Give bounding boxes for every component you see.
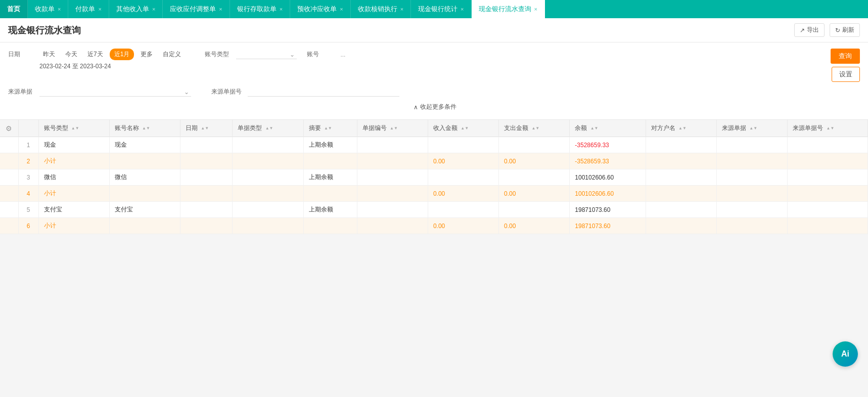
source-doc-no-group: 来源单据号 <box>211 87 399 97</box>
col-source-doc-header[interactable]: 来源单据 ▲▼ <box>716 120 787 137</box>
nav-tab[interactable]: 预收冲应收单× <box>290 0 350 18</box>
refresh-icon: ↻ <box>835 27 840 34</box>
account-type-group: 账号类型 <box>205 50 297 59</box>
table-cell <box>716 137 787 153</box>
table-cell <box>428 137 498 153</box>
date-shortcut-button[interactable]: 昨天 <box>39 49 59 60</box>
table-cell <box>788 186 868 202</box>
table-cell: 支付宝 <box>38 202 109 218</box>
table-container: ⚙ 账号类型 ▲▼ 账号名称 ▲▼ 日期 ▲▼ 单据类型 ▲▼ <box>0 120 868 234</box>
account-dots-button[interactable]: ... <box>338 50 347 59</box>
table-cell <box>109 186 180 202</box>
col-doc-no-header[interactable]: 单据编号 ▲▼ <box>357 120 428 137</box>
date-shortcut-button[interactable]: 近7天 <box>84 49 107 60</box>
nav-tab[interactable]: 付款单× <box>68 0 109 18</box>
account-type-select[interactable] <box>236 50 297 59</box>
col-summary-header[interactable]: 摘要 ▲▼ <box>303 120 357 137</box>
col-balance-header[interactable]: 余额 ▲▼ <box>570 120 646 137</box>
date-shortcut-button[interactable]: 今天 <box>62 49 81 60</box>
table-cell: 19871073.60 <box>570 202 646 218</box>
nav-tab-label: 现金银行流水查询 <box>479 5 531 14</box>
nav-tab[interactable]: 银行存取款单× <box>230 0 290 18</box>
table-cell: 0.00 <box>499 218 570 234</box>
table-cell: -3528659.33 <box>570 137 646 153</box>
col-counterparty-header[interactable]: 对方户名 ▲▼ <box>646 120 716 137</box>
table-cell <box>788 169 868 186</box>
table-cell <box>0 169 18 186</box>
close-tab-icon[interactable]: × <box>340 6 343 12</box>
table-cell <box>716 169 787 186</box>
nav-tab[interactable]: 收款单× <box>28 0 68 18</box>
col-source-doc-no-header[interactable]: 来源单据号 ▲▼ <box>788 120 868 137</box>
table-cell <box>428 169 498 186</box>
close-tab-icon[interactable]: × <box>461 6 464 12</box>
date-shortcut-button[interactable]: 自定义 <box>159 49 185 60</box>
gear-icon[interactable]: ⚙ <box>6 124 12 133</box>
table-cell <box>716 186 787 202</box>
export-button[interactable]: ↗ 导出 <box>794 23 825 37</box>
sort-icons-date: ▲▼ <box>201 126 209 130</box>
close-tab-icon[interactable]: × <box>534 6 537 12</box>
table-cell <box>233 137 303 153</box>
nav-tab[interactable]: 收款核销执行× <box>351 0 411 18</box>
table-cell <box>646 186 716 202</box>
nav-tab[interactable]: 现金银行流水查询× <box>472 0 545 18</box>
refresh-button[interactable]: ↻ 刷新 <box>830 23 860 37</box>
table-cell: 1 <box>18 137 38 153</box>
table-cell <box>646 153 716 169</box>
close-tab-icon[interactable]: × <box>280 6 283 12</box>
table-cell: 0.00 <box>499 186 570 202</box>
page-header: 现金银行流水查询 ↗ 导出 ↻ 刷新 <box>0 18 868 42</box>
query-button[interactable]: 查询 <box>831 49 860 64</box>
table-cell: 小计 <box>38 186 109 202</box>
table-cell <box>180 202 232 218</box>
table-cell <box>357 186 428 202</box>
nav-tab-label: 应收应付调整单 <box>170 5 216 14</box>
source-doc-label: 来源单据 <box>8 87 33 96</box>
source-doc-no-input[interactable] <box>248 87 399 97</box>
close-tab-icon[interactable]: × <box>152 6 155 12</box>
table-cell <box>233 186 303 202</box>
col-income-header[interactable]: 收入金额 ▲▼ <box>428 120 498 137</box>
close-tab-icon[interactable]: × <box>58 6 61 12</box>
settings-button[interactable]: 设置 <box>832 67 860 82</box>
close-tab-icon[interactable]: × <box>98 6 101 12</box>
col-doc-type-header[interactable]: 单据类型 ▲▼ <box>233 120 303 137</box>
nav-tab-label: 其他收入单 <box>116 5 149 14</box>
source-doc-select[interactable] <box>39 87 191 97</box>
sort-icons-account-type: ▲▼ <box>71 126 79 130</box>
source-doc-group: 来源单据 <box>8 87 191 97</box>
table-cell <box>499 137 570 153</box>
table-cell: 0.00 <box>428 186 498 202</box>
table-cell: 0.00 <box>499 153 570 169</box>
close-tab-icon[interactable]: × <box>400 6 403 12</box>
sort-icons-summary: ▲▼ <box>324 126 332 130</box>
table-cell: 6 <box>18 218 38 234</box>
col-expense-header[interactable]: 支出金额 ▲▼ <box>499 120 570 137</box>
nav-tab[interactable]: 其他收入单× <box>109 0 163 18</box>
table-row: 3微信微信上期余额100102606.60 <box>0 169 868 186</box>
col-account-type-header[interactable]: 账号类型 ▲▼ <box>38 120 109 137</box>
close-tab-icon[interactable]: × <box>219 6 222 12</box>
date-shortcut-button[interactable]: 更多 <box>137 49 156 60</box>
col-index-header <box>18 120 38 137</box>
table-cell: 0.00 <box>428 218 498 234</box>
table-row: 2小计0.000.00-3528659.33 <box>0 153 868 169</box>
table-cell: 支付宝 <box>109 202 180 218</box>
collapse-label: 收起更多条件 <box>420 103 456 111</box>
sort-icons-doc-no: ▲▼ <box>390 126 398 130</box>
collapse-bar[interactable]: ∧ 收起更多条件 <box>8 101 860 115</box>
source-doc-no-label: 来源单据号 <box>211 87 242 96</box>
nav-tab[interactable]: 现金银行统计× <box>411 0 471 18</box>
filter-area: 日期 昨天今天近7天近1月更多自定义 2023-02-24 至 2023-03-… <box>0 42 868 120</box>
col-date-header[interactable]: 日期 ▲▼ <box>180 120 232 137</box>
table-cell: 100102606.60 <box>570 169 646 186</box>
table-cell: 现金 <box>109 137 180 153</box>
nav-tab[interactable]: 应收应付调整单× <box>163 0 230 18</box>
col-account-name-header[interactable]: 账号名称 ▲▼ <box>109 120 180 137</box>
nav-home[interactable]: 首页 <box>0 0 28 18</box>
table-cell <box>0 218 18 234</box>
table-cell: 小计 <box>38 153 109 169</box>
date-shortcut-button[interactable]: 近1月 <box>110 49 134 60</box>
nav-tab-label: 银行存取款单 <box>237 5 277 14</box>
